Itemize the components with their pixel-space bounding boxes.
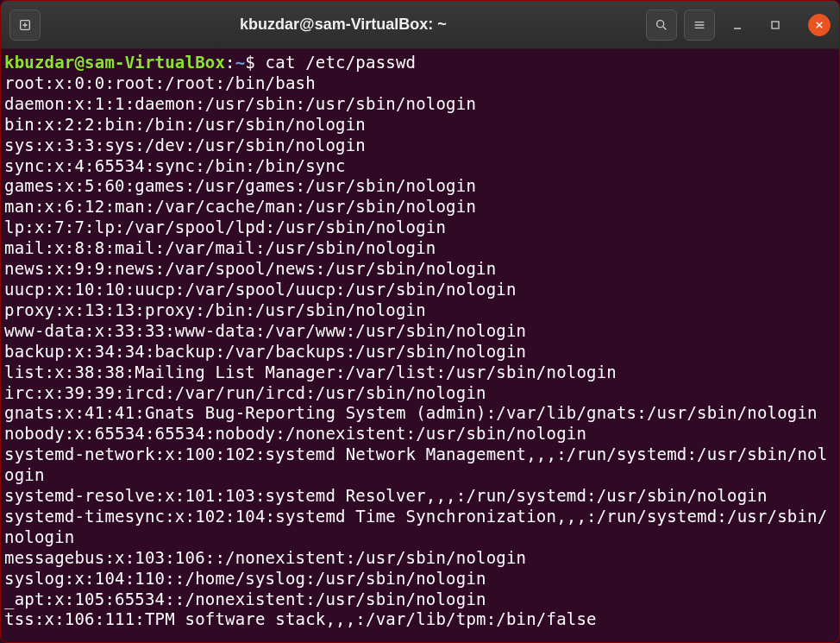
new-tab-button[interactable] (9, 9, 41, 41)
output-line: bin:x:2:2:bin:/bin:/usr/sbin/nologin (4, 115, 836, 136)
output-line: nobody:x:65534:65534:nobody:/nonexistent… (4, 424, 836, 444)
minimize-icon (730, 18, 744, 32)
output-line: sys:x:3:3:sys:/dev:/usr/sbin/nologin (4, 136, 836, 156)
svg-line-4 (663, 27, 666, 29)
output-line: backup:x:34:34:backup:/var/backups:/usr/… (4, 342, 836, 362)
prompt-path: ~ (235, 53, 246, 72)
close-icon (812, 18, 826, 32)
command-output: root:x:0:0:root:/root:/bin/bashdaemon:x:… (4, 73, 836, 630)
output-line: man:x:6:12:man:/var/cache/man:/usr/sbin/… (4, 197, 836, 217)
output-line: _apt:x:105:65534::/nonexistent:/usr/sbin… (4, 589, 836, 610)
title-bar: kbuzdar@sam-VirtualBox: ~ (1, 1, 839, 49)
output-line: sync:x:4:65534:sync:/bin:/bin/sync (4, 156, 836, 177)
output-line: www-data:x:33:33:www-data:/var/www:/usr/… (4, 321, 836, 342)
prompt-dollar: $ (245, 53, 255, 72)
menu-button[interactable] (684, 9, 715, 41)
window-title: kbuzdar@sam-VirtualBox: ~ (41, 15, 646, 35)
output-line: news:x:9:9:news:/var/spool/news:/usr/sbi… (4, 259, 836, 280)
output-line: systemd-timesync:x:102:104:systemd Time … (4, 507, 836, 548)
command-text: cat /etc/passwd (255, 53, 416, 72)
prompt-user-host: kbuzdar@sam-VirtualBox (4, 53, 225, 72)
output-line: messagebus:x:103:106::/nonexistent:/usr/… (4, 548, 836, 569)
output-line: daemon:x:1:1:daemon:/usr/sbin:/usr/sbin/… (4, 94, 836, 115)
output-line: games:x:5:60:games:/usr/games:/usr/sbin/… (4, 176, 836, 197)
output-line: root:x:0:0:root:/root:/bin/bash (4, 73, 836, 94)
search-icon (655, 18, 668, 32)
output-line: gnats:x:41:41:Gnats Bug-Reporting System… (4, 403, 836, 424)
output-line: systemd-resolve:x:101:103:systemd Resolv… (4, 486, 836, 507)
minimize-button[interactable] (722, 9, 753, 41)
terminal-body[interactable]: kbuzdar@sam-VirtualBox:~$ cat /etc/passw… (1, 49, 839, 634)
output-line: proxy:x:13:13:proxy:/bin:/usr/sbin/nolog… (4, 300, 836, 321)
prompt-sep: : (225, 53, 235, 72)
output-line: systemd-network:x:100:102:systemd Networ… (4, 444, 836, 486)
output-line: list:x:38:38:Mailing List Manager:/var/l… (4, 362, 836, 383)
output-line: lp:x:7:7:lp:/var/spool/lpd:/usr/sbin/nol… (4, 217, 836, 238)
hamburger-icon (693, 18, 706, 32)
output-line: tss:x:106:111:TPM software stack,,,:/var… (4, 609, 836, 630)
output-line: syslog:x:104:110::/home/syslog:/usr/sbin… (4, 569, 836, 589)
output-line: irc:x:39:39:ircd:/var/run/ircd:/usr/sbin… (4, 383, 836, 404)
maximize-button[interactable] (760, 9, 791, 41)
output-line: mail:x:8:8:mail:/var/mail:/usr/sbin/nolo… (4, 238, 836, 259)
close-button[interactable] (808, 14, 831, 36)
maximize-icon (768, 18, 782, 32)
search-button[interactable] (646, 9, 677, 41)
svg-point-3 (657, 20, 664, 27)
output-line: uucp:x:10:10:uucp:/var/spool/uucp:/usr/s… (4, 280, 836, 300)
svg-rect-9 (772, 22, 779, 28)
